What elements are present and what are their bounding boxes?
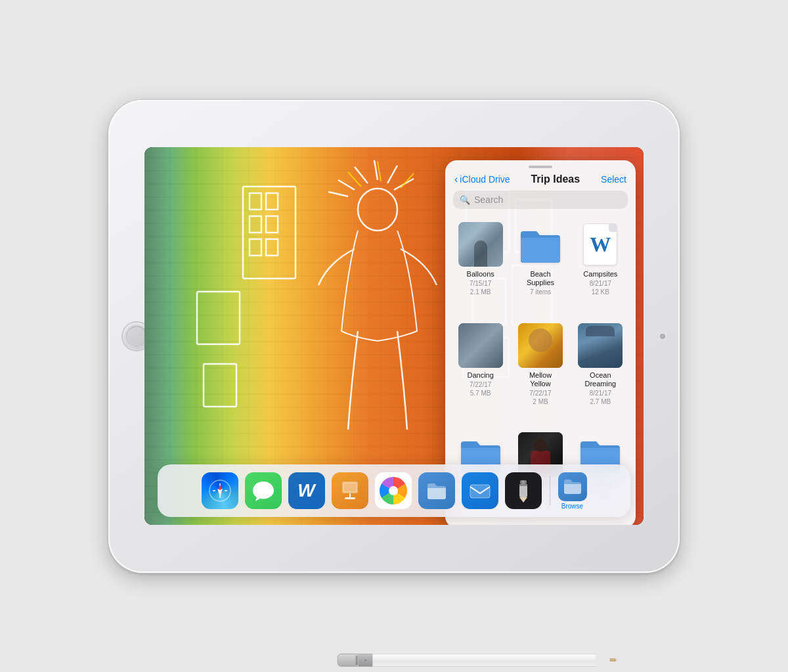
word-icon-letter: W xyxy=(297,480,315,501)
item-label: Balloons xyxy=(467,270,494,279)
file-icon-ocean xyxy=(578,323,623,368)
item-meta: 7 items xyxy=(530,288,551,296)
dock-app-pencil-tool[interactable] xyxy=(505,472,542,509)
ipad-device: ‹ iCloud Drive Trip Ideas Select 🔍 Searc… xyxy=(108,100,680,573)
browse-label: Browse xyxy=(561,503,583,510)
ipad-screen: ‹ iCloud Drive Trip Ideas Select 🔍 Searc… xyxy=(144,147,644,525)
svg-rect-1 xyxy=(250,193,261,210)
browse-folder-icon xyxy=(562,476,583,497)
apple-pencil: ● xyxy=(338,652,653,668)
dock-app-safari[interactable] xyxy=(202,472,238,509)
panel-header: ‹ iCloud Drive Trip Ideas Select xyxy=(445,171,636,190)
folder-icon-svg xyxy=(518,225,563,264)
item-label: MellowYellow xyxy=(529,371,552,388)
svg-rect-35 xyxy=(470,485,490,498)
svg-rect-39 xyxy=(519,484,527,486)
svg-rect-32 xyxy=(343,483,357,492)
dock-app-files[interactable] xyxy=(418,472,455,509)
pencil-body: ● xyxy=(338,654,653,667)
item-meta: 7/22/172 MB xyxy=(529,389,551,406)
keynote-podium-icon xyxy=(338,479,362,503)
list-item[interactable]: W Campsites 8/21/1712 KB xyxy=(572,217,629,315)
svg-line-21 xyxy=(348,172,361,187)
dock-divider xyxy=(550,476,550,505)
list-item[interactable]: OceanDreaming 8/21/172.7 MB xyxy=(572,318,629,425)
search-placeholder: Search xyxy=(474,194,503,205)
svg-point-13 xyxy=(358,189,397,231)
svg-rect-3 xyxy=(250,216,261,233)
list-item[interactable]: BeachSupplies 7 items xyxy=(512,217,569,315)
file-icon-beach xyxy=(518,222,563,267)
item-label: BeachSupplies xyxy=(527,270,554,287)
dock-app-keynote[interactable] xyxy=(332,472,368,509)
dock-app-word[interactable]: W xyxy=(288,472,325,509)
back-label[interactable]: iCloud Drive xyxy=(460,174,510,185)
list-item[interactable]: Dancing 7/22/175.7 MB xyxy=(452,318,509,425)
list-item[interactable]: MellowYellow 7/22/172 MB xyxy=(512,318,569,425)
svg-line-11 xyxy=(338,180,355,190)
word-doc-letter: W xyxy=(590,233,611,257)
svg-rect-20 xyxy=(204,364,236,407)
messages-bubble-icon xyxy=(252,479,275,503)
item-meta: 8/21/172.7 MB xyxy=(590,389,611,406)
dock: W xyxy=(158,464,630,517)
svg-line-8 xyxy=(374,160,378,180)
dock-browse-container[interactable]: Browse xyxy=(558,472,587,510)
list-item[interactable]: Balloons 7/15/172.1 MB xyxy=(452,217,509,315)
scene: ‹ iCloud Drive Trip Ideas Select 🔍 Searc… xyxy=(33,24,755,648)
select-button[interactable]: Select xyxy=(601,174,626,185)
files-folder-icon xyxy=(425,479,449,503)
item-meta: 7/22/175.7 MB xyxy=(470,380,491,397)
svg-line-9 xyxy=(387,166,397,183)
back-button[interactable]: ‹ iCloud Drive xyxy=(454,173,510,185)
item-meta: 8/21/1712 KB xyxy=(590,279,611,296)
svg-rect-19 xyxy=(197,292,240,344)
item-meta: 7/15/172.1 MB xyxy=(470,279,491,296)
dock-app-mail[interactable] xyxy=(462,472,498,509)
pencil-tool-svg-icon xyxy=(514,479,533,503)
chevron-left-icon: ‹ xyxy=(454,173,458,185)
camera-dot xyxy=(660,334,665,339)
file-icon-balloons xyxy=(458,222,503,267)
svg-rect-4 xyxy=(266,216,278,233)
search-icon: 🔍 xyxy=(460,195,470,205)
panel-drag-handle[interactable] xyxy=(529,166,552,168)
panel-title: Trip Ideas xyxy=(531,173,580,185)
svg-rect-5 xyxy=(250,239,261,256)
dock-app-photos[interactable] xyxy=(375,472,412,509)
safari-compass-icon xyxy=(208,478,232,503)
svg-rect-2 xyxy=(266,193,278,210)
file-icon-campsites: W xyxy=(578,222,623,267)
mail-envelope-icon xyxy=(468,479,492,503)
file-icon-mellow xyxy=(518,323,563,368)
svg-rect-34 xyxy=(345,497,355,499)
item-label: Dancing xyxy=(467,371,493,380)
svg-point-40 xyxy=(522,481,525,483)
browse-icon xyxy=(558,472,587,501)
search-bar[interactable]: 🔍 Search xyxy=(453,190,628,209)
svg-rect-6 xyxy=(266,239,278,256)
svg-line-12 xyxy=(328,192,348,196)
dock-app-messages[interactable] xyxy=(245,472,282,509)
file-icon-dancing xyxy=(458,323,503,368)
item-label: Campsites xyxy=(583,270,617,279)
svg-marker-38 xyxy=(519,497,527,503)
item-label: OceanDreaming xyxy=(584,371,616,388)
